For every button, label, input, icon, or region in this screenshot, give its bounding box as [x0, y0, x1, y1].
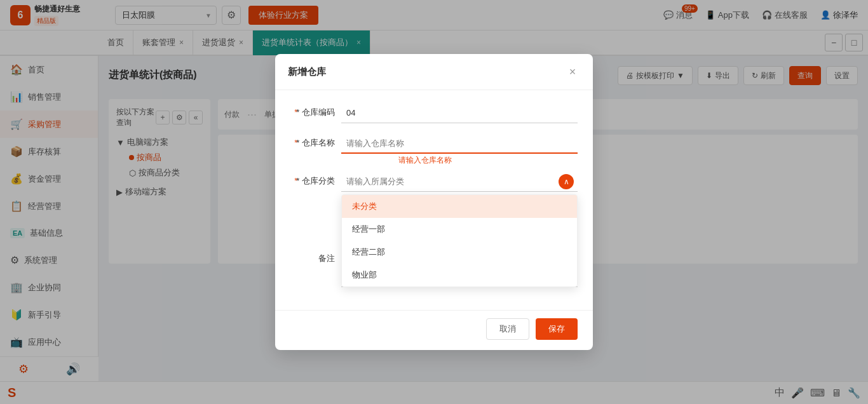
category-dropdown: 未分类 经营一部 经营二部 物业部 — [341, 194, 578, 287]
modal-close-button[interactable]: × — [565, 64, 580, 79]
warehouse-name-input[interactable] — [341, 133, 578, 154]
warehouse-category-label: ** 仓库分类 — [290, 172, 341, 187]
modal-title: 新增仓库 — [288, 66, 326, 78]
warehouse-name-error: 请输入仓库名称 — [398, 155, 452, 166]
warehouse-name-label: ** 仓库名称 — [290, 133, 341, 149]
new-warehouse-modal: 新增仓库 × ** 仓库编码 ** 仓库名称 请输入仓库名称 — [275, 54, 593, 350]
dropdown-item-dept1[interactable]: 经营一部 — [342, 218, 577, 241]
warehouse-category-input[interactable] — [341, 172, 578, 192]
warehouse-code-input[interactable] — [341, 103, 578, 123]
dropdown-item-dept2[interactable]: 经营二部 — [342, 241, 577, 264]
warehouse-code-row: ** 仓库编码 — [290, 103, 578, 123]
dropdown-item-property[interactable]: 物业部 — [342, 264, 577, 286]
cancel-button[interactable]: 取消 — [486, 318, 529, 340]
warehouse-category-row: ** 仓库分类 ∧ 未分类 经营一部 经营二部 物业部 — [290, 172, 578, 192]
modal-footer: 取消 保存 — [275, 310, 593, 350]
save-button[interactable]: 保存 — [536, 318, 578, 340]
warehouse-note-label: 备注 — [290, 249, 341, 264]
warehouse-code-label: ** 仓库编码 — [290, 103, 341, 118]
warehouse-category-wrapper: ∧ 未分类 经营一部 经营二部 物业部 — [341, 172, 578, 192]
dropdown-item-uncategorized[interactable]: 未分类 — [342, 195, 577, 218]
modal-overlay[interactable]: 新增仓库 × ** 仓库编码 ** 仓库名称 请输入仓库名称 — [0, 0, 868, 404]
modal-body: ** 仓库编码 ** 仓库名称 请输入仓库名称 ** 仓库分类 — [275, 90, 593, 310]
modal-header: 新增仓库 × — [275, 54, 593, 90]
warehouse-name-row: ** 仓库名称 请输入仓库名称 — [290, 133, 578, 154]
category-arrow-button[interactable]: ∧ — [559, 174, 574, 189]
